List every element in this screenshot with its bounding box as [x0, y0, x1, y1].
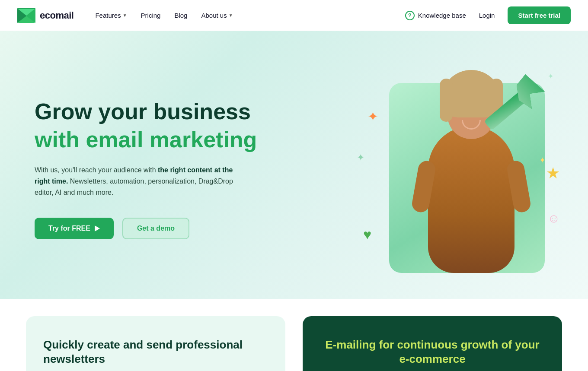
nav-left: ecomail Features ▼ Pricing Blog About us… [17, 8, 239, 23]
nav-links: Features ▼ Pricing Blog About us ▼ [89, 8, 239, 22]
cards-section: Quickly create and send professional new… [0, 316, 588, 371]
arrow-icon [473, 70, 547, 130]
nav-about-us[interactable]: About us ▼ [195, 8, 239, 22]
try-free-button[interactable]: Try for FREE [35, 218, 114, 239]
start-trial-button[interactable]: Start free trial [508, 6, 571, 24]
hero-title-green: with email marketing [35, 127, 257, 152]
logo-icon [17, 8, 35, 23]
card-newsletters-title: Quickly create and send professional new… [43, 338, 268, 366]
knowledge-base-icon: ? [405, 11, 415, 20]
nav-right: ? Knowledge base Login Start free trial [405, 6, 571, 24]
card-newsletters: Quickly create and send professional new… [26, 316, 285, 371]
sparkle-smiley: ☺ [547, 212, 560, 225]
hero-content: Grow your business with email marketing … [35, 99, 257, 239]
nav-blog[interactable]: Blog [168, 8, 193, 22]
hero-buttons: Try for FREE Get a demo [35, 218, 257, 239]
hero-title-dark: Grow your business [35, 99, 257, 124]
card-ecommerce: E-mailing for continuous growth of your … [303, 316, 562, 371]
hero-body: With us, you'll reach your audience with… [35, 165, 242, 199]
logo[interactable]: ecomail [17, 8, 74, 23]
nav-pricing[interactable]: Pricing [135, 8, 167, 22]
hero-section: Grow your business with email marketing … [0, 31, 588, 299]
hero-visual: ✦ ✦ ✦ ★ ✦ ☺ ♥ [372, 66, 553, 273]
features-chevron-icon: ▼ [123, 13, 127, 18]
logo-text: ecomail [40, 10, 74, 21]
woman-figure [428, 126, 514, 273]
sparkle-orange: ✦ [368, 109, 378, 124]
sparkle-yellow-small: ✦ [539, 155, 546, 165]
sparkle-yellow-big: ★ [546, 164, 560, 182]
login-link[interactable]: Login [475, 8, 499, 22]
navbar: ecomail Features ▼ Pricing Blog About us… [0, 0, 588, 31]
big-arrow [473, 70, 547, 132]
sparkle-heart: ♥ [363, 227, 371, 243]
play-icon [95, 225, 100, 231]
sparkle-green-teal: ✦ [357, 152, 364, 163]
about-chevron-icon: ▼ [229, 13, 233, 18]
nav-features[interactable]: Features ▼ [89, 8, 133, 22]
knowledge-base-link[interactable]: ? Knowledge base [405, 11, 466, 20]
sparkle-green-top-right: ✦ [548, 72, 553, 80]
card-ecommerce-title: E-mailing for continuous growth of your … [320, 338, 545, 366]
get-demo-button[interactable]: Get a demo [122, 218, 189, 239]
